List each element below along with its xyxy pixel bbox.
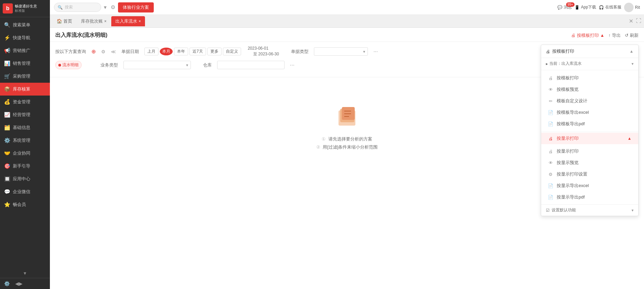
sidebar-item-label: 基础信息 bbox=[13, 125, 30, 131]
topbar-chevron[interactable]: ▾ bbox=[104, 4, 107, 10]
date-btn-custom[interactable]: 自定义 bbox=[223, 48, 241, 55]
main-area: 🔍 搜索 ▾ ⚙ 体验行业方案 💬 消息 99+ 📱 App下载 🎧 在线客服 bbox=[50, 0, 644, 289]
sidebar-item-system[interactable]: ⚙️ 系统管理 bbox=[0, 134, 50, 147]
document-type-select-wrapper: ▾ bbox=[314, 47, 368, 56]
add-filter-icon[interactable]: ⊕ bbox=[91, 48, 96, 55]
sidebar-item-sales[interactable]: 📊 销售管理 bbox=[0, 57, 50, 70]
print-icon: 🖨 bbox=[548, 75, 553, 81]
date-btn-this-month[interactable]: 本月 bbox=[160, 48, 173, 55]
dropdown-current-label: ▸ 当前：出入库流水 bbox=[546, 61, 582, 67]
sidebar-item-basic[interactable]: 🗂️ 基础信息 bbox=[0, 121, 50, 134]
message-button[interactable]: 💬 消息 99+ bbox=[557, 4, 572, 10]
purchase-icon: 🛒 bbox=[4, 73, 10, 79]
topbar-gear-icon[interactable]: ⚙ bbox=[111, 4, 115, 10]
sidebar-item-label: 采购管理 bbox=[13, 73, 30, 79]
empty-state-icon bbox=[333, 104, 360, 131]
sidebar-item-inventory[interactable]: 📦 库存核算 bbox=[0, 83, 50, 96]
topbar-search[interactable]: 🔍 搜索 bbox=[54, 3, 101, 12]
document-type-select[interactable] bbox=[314, 47, 368, 56]
sidebar-item-guide[interactable]: 🎯 新手引导 bbox=[0, 160, 50, 173]
dropdown-item-display-preview[interactable]: 👁 按显示预览 bbox=[541, 157, 638, 168]
date-btn-this-year[interactable]: 本年 bbox=[174, 48, 188, 55]
dropdown-footer-arrow[interactable]: ▾ bbox=[632, 208, 634, 213]
dropdown-item-display-print[interactable]: 🖨 按显示打印 bbox=[541, 146, 638, 157]
sidebar-item-member[interactable]: ⭐ 畅会员 bbox=[0, 198, 50, 211]
phone-icon: 📱 bbox=[575, 5, 580, 10]
sidebar-item-purchase[interactable]: 🛒 采购管理 bbox=[0, 70, 50, 83]
sidebar-item-wechat[interactable]: 💬 企业微信 bbox=[0, 185, 50, 198]
app-subtitle: 标准版 bbox=[15, 8, 37, 13]
quick-nav-icon: ⚡ bbox=[4, 35, 10, 41]
dropdown-item-template-print[interactable]: 🖨 按模板打印 bbox=[541, 72, 638, 84]
warehouse-select-wrapper bbox=[217, 61, 285, 69]
tab-inout-flow[interactable]: 出入库流水 × bbox=[111, 16, 145, 26]
date-btn-last-month[interactable]: 上月 bbox=[144, 48, 158, 55]
sidebar-item-enterprise[interactable]: 🤝 企业协同 bbox=[0, 147, 50, 160]
printer-icon: 🖨 bbox=[571, 33, 576, 38]
tabs-bar: 🏠 首页 库存批次账 × 出入库流水 × ✕ ⛶ bbox=[50, 15, 644, 28]
search-placeholder: 搜索 bbox=[65, 4, 73, 10]
user-avatar[interactable]: Rit bbox=[624, 3, 640, 12]
display-print-item-icon: 🖨 bbox=[548, 149, 553, 154]
current-indicator-icon: ▸ bbox=[546, 61, 548, 66]
date-btn-7days[interactable]: 近7天 bbox=[189, 48, 206, 55]
dropdown-item-display-excel[interactable]: 📄 按显示导出excel bbox=[541, 180, 638, 191]
tab-batch-account[interactable]: 库存批次账 × bbox=[77, 16, 111, 26]
business-type-select[interactable] bbox=[123, 61, 191, 69]
collapse-sidebar-icon[interactable]: ◀▶ bbox=[15, 281, 23, 286]
date-btn-more[interactable]: 更多 bbox=[207, 48, 222, 55]
message-badge: 99+ bbox=[566, 2, 575, 7]
tab-inout-flow-close[interactable]: × bbox=[139, 19, 141, 24]
search-icon: 🔍 bbox=[58, 5, 63, 10]
empty-tip-1: ① 请先选择要分析的方案 bbox=[322, 136, 372, 142]
dropdown-item-template-pdf[interactable]: 📄 按模板导出pdf bbox=[541, 118, 638, 130]
page-title: 出入库流水(流水明细) bbox=[55, 32, 108, 39]
dropdown-item-template-preview[interactable]: 👁 按模板预览 bbox=[541, 84, 638, 95]
refresh-label: 刷新 bbox=[630, 32, 639, 38]
export-button[interactable]: ↑ 导出 bbox=[609, 32, 621, 38]
document-type-more-icon[interactable]: ··· bbox=[373, 49, 378, 55]
dropdown-divider-2 bbox=[541, 132, 638, 132]
search-menu-icon: 🔍 bbox=[4, 22, 10, 28]
document-type-label: 单据类型 bbox=[291, 49, 309, 55]
tab-home-label: 首页 bbox=[63, 18, 72, 24]
dropdown-item-display-settings[interactable]: ⚙ 按显示打印设置 bbox=[541, 168, 638, 180]
printer-header-icon: 🖨 bbox=[546, 49, 550, 54]
sidebar-item-app-center[interactable]: 🔲 应用中心 bbox=[0, 173, 50, 185]
settings-footer-icon[interactable]: ⚙️ bbox=[4, 281, 10, 286]
tab-home[interactable]: 🏠 首页 bbox=[53, 16, 76, 26]
sidebar-scroll-down[interactable]: ▼ bbox=[0, 269, 50, 278]
filter-collapse-icon[interactable]: ≪ bbox=[111, 49, 116, 54]
app-download-button[interactable]: 📱 App下载 bbox=[575, 4, 596, 10]
sidebar-item-operations[interactable]: 📈 经营管理 bbox=[0, 108, 50, 121]
print-template-button[interactable]: 🖨 按模板打印 ▲ bbox=[571, 32, 605, 38]
sidebar-header: b 畅捷通好生意 标准版 bbox=[0, 0, 50, 17]
sidebar-item-search-menu[interactable]: 🔍 搜索菜单 bbox=[0, 19, 50, 31]
sidebar-item-finance[interactable]: 💰 资金管理 bbox=[0, 96, 50, 108]
set-default-button[interactable]: ☑ 设置默认功能 bbox=[546, 207, 576, 213]
filter-gear-icon[interactable]: ⚙ bbox=[101, 49, 106, 54]
dropdown-item-display-pdf[interactable]: 📄 按显示导出pdf bbox=[541, 191, 638, 203]
sidebar-item-marketing[interactable]: 📢 营销推广 bbox=[0, 44, 50, 57]
warehouse-select[interactable] bbox=[217, 61, 285, 69]
tab-batch-account-close[interactable]: × bbox=[104, 19, 107, 24]
dropdown-display-print-header[interactable]: 🖨 按显示打印 ▲ bbox=[541, 133, 638, 144]
online-service-label: 在线客服 bbox=[605, 4, 621, 10]
sidebar-item-label: 营销推广 bbox=[13, 48, 30, 54]
dropdown-item-template-excel[interactable]: 📄 按模板导出excel bbox=[541, 107, 638, 118]
refresh-button[interactable]: ↺ 刷新 bbox=[625, 32, 639, 38]
maximize-tab-icon[interactable]: ⛶ bbox=[636, 18, 641, 24]
sidebar-item-quick-nav[interactable]: ⚡ 快捷导航 bbox=[0, 31, 50, 44]
filter-section-label: 按以下方案查询 bbox=[55, 49, 86, 55]
industry-solution-button[interactable]: 体验行业方案 bbox=[118, 2, 154, 12]
display-preview-icon: 👁 bbox=[548, 160, 553, 165]
warehouse-more-icon[interactable]: ··· bbox=[290, 62, 294, 68]
dropdown-collapse-arrow[interactable]: ▲ bbox=[630, 49, 634, 54]
display-settings-icon: ⚙ bbox=[548, 172, 553, 177]
close-tab-icon[interactable]: ✕ bbox=[629, 18, 633, 24]
headset-icon: 🎧 bbox=[599, 5, 604, 10]
online-service-button[interactable]: 🎧 在线客服 bbox=[599, 4, 621, 10]
message-icon: 💬 bbox=[557, 5, 562, 10]
sidebar-item-label: 经营管理 bbox=[13, 112, 30, 118]
dropdown-item-template-design[interactable]: ✏ 模板自定义设计 bbox=[541, 95, 638, 107]
